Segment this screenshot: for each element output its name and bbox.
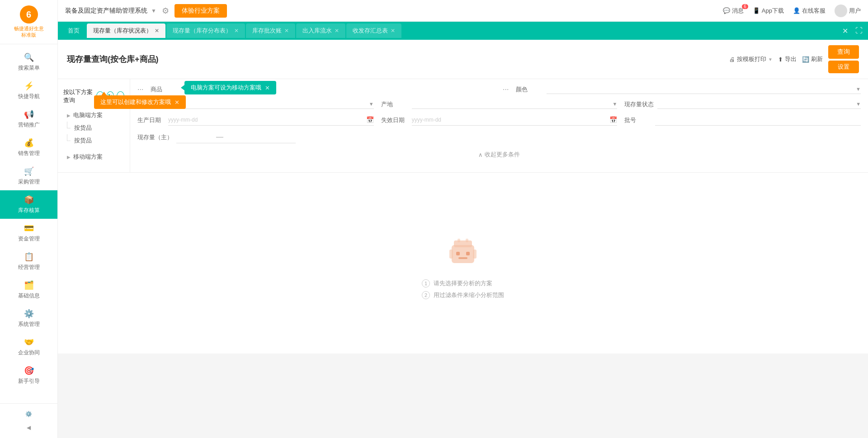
sidebar-collapse[interactable]: ◀ [0, 421, 57, 434]
operation-icon: 📋 [24, 252, 34, 262]
sidebar-item-marketing[interactable]: 📢 营销推广 [0, 105, 57, 133]
sidebar-item-sales[interactable]: 💰 销售管理 [0, 133, 57, 162]
asset-icon: 💳 [24, 223, 34, 233]
stock-qty-to[interactable] [227, 134, 263, 141]
print-icon: 🖨 [729, 56, 735, 63]
svg-rect-0 [452, 245, 474, 263]
empty-illustration [440, 227, 486, 272]
tab-close-icon[interactable]: ✕ [234, 28, 239, 34]
tip-num-2: 2 [422, 291, 430, 299]
sidebar-item-operation[interactable]: 📋 经营管理 [0, 247, 57, 276]
sidebar-item-label: 快捷导航 [18, 93, 40, 100]
stock-status-label: 现存量状态 [624, 100, 654, 108]
tab-label: 现存量（库存分布表） [173, 27, 231, 35]
more-options-icon[interactable]: ··· [137, 85, 143, 94]
tab-collect[interactable]: 收发存汇总表 ✕ [346, 24, 401, 38]
message-area[interactable]: 💬 6 消息 [723, 7, 744, 15]
color-label: 颜色 [516, 85, 543, 94]
collapse-more-button[interactable]: ∧ 收起更多条件 [137, 147, 861, 162]
gear-icon: ⚙️ [25, 411, 32, 417]
desktop-scheme-header[interactable]: ▶ 电脑端方案 [63, 109, 124, 122]
calendar-icon-2[interactable]: 📅 [609, 116, 617, 123]
tab-close-icon[interactable]: ✕ [284, 28, 289, 34]
tooltip-close-button[interactable]: ✕ [265, 85, 270, 91]
sidebar-item-system[interactable]: ⚙️ 系统管理 [0, 304, 57, 333]
marketing-icon: 📢 [24, 109, 34, 119]
tab-batch[interactable]: 库存批次账 ✕ [246, 24, 295, 38]
scheme-item-2[interactable]: 按货品 [71, 134, 124, 147]
user-area[interactable]: 用户 [835, 5, 861, 17]
filter-field-batch: 批号 [624, 115, 861, 126]
color-select[interactable]: ▼ [547, 85, 861, 94]
settings-button[interactable]: 设置 [828, 61, 859, 73]
exp-date-input[interactable]: yyyy-mm-dd 📅 [412, 114, 618, 126]
origin-select[interactable]: ▼ [412, 99, 618, 109]
tab-home[interactable]: 首页 [61, 24, 86, 38]
sidebar-item-label: 新手引导 [18, 377, 40, 385]
user-label: 用户 [849, 7, 861, 15]
query-button[interactable]: 查询 [828, 45, 859, 59]
tab-home-label: 首页 [68, 27, 80, 35]
desktop-scheme-items: 按货品 按货品 [63, 122, 124, 147]
tab-close-icon[interactable]: ✕ [155, 28, 159, 34]
stock-qty-from[interactable] [176, 134, 212, 141]
filter-field-color: 颜色 ▼ [516, 85, 861, 94]
app-download[interactable]: 📱 App下载 [753, 7, 784, 15]
tab-inout[interactable]: 出入库流水 ✕ [296, 24, 345, 38]
sales-icon: 💰 [24, 138, 34, 148]
refresh-button[interactable]: 🔄 刷新 [802, 55, 823, 63]
export-button[interactable]: ⬆ 导出 [778, 55, 797, 63]
sidebar-bottom: ⚙️ ◀ [0, 403, 57, 438]
sidebar-item-enterprise[interactable]: 🤝 企业协同 [0, 333, 57, 361]
sidebar-item-asset[interactable]: 💳 资金管理 [0, 219, 57, 247]
refresh-icon: 🔄 [802, 56, 809, 63]
sidebar-item-label: 基础信息 [18, 292, 40, 300]
page-header: 现存量查询(按仓库+商品) 🖨 按模板打印 ▼ ⬆ 导出 🔄 刷新 查询 设 [58, 40, 868, 79]
empty-tip-2: 2 用过滤条件来缩小分析范围 [422, 291, 504, 299]
sidebar-item-label: 经营管理 [18, 264, 40, 271]
sidebar: 6 畅捷通好生意 标准版 🔍 搜索菜单 ⚡ 快捷导航 📢 营销推广 💰 销售管理… [0, 0, 58, 438]
mobile-scheme-header[interactable]: ▶ 移动端方案 [63, 151, 124, 163]
main-content: 装备及固定资产辅助管理系统 ▼ ⚙ 体验行业方案 💬 6 消息 📱 App下载 … [58, 0, 868, 438]
filter-label: 按以下方案查询 [63, 88, 94, 104]
sidebar-item-label: 系统管理 [18, 320, 40, 328]
chevron-down-icon: ▼ [768, 57, 773, 62]
sidebar-item-search[interactable]: 🔍 搜索菜单 [0, 48, 57, 76]
goods-label: 商品 [151, 85, 178, 94]
print-button[interactable]: 🖨 按模板打印 ▼ [729, 55, 773, 63]
tip-text-2: 用过滤条件来缩小分析范围 [434, 291, 504, 299]
filter-row-4: 现存量（主） — [137, 131, 861, 143]
sidebar-item-guide[interactable]: 🎯 新手引导 [0, 361, 57, 390]
sidebar-item-purchase[interactable]: 🛒 采购管理 [0, 162, 57, 190]
sidebar-item-basic[interactable]: 🗂️ 基础信息 [0, 276, 57, 304]
tab-inventory-status[interactable]: 现存量（库存状况表） ✕ [87, 24, 165, 38]
empty-tips: 1 请先选择要分析的方案 2 用过滤条件来缩小分析范围 [422, 279, 504, 299]
tab-inventory-dist[interactable]: 现存量（库存分布表） ✕ [166, 24, 245, 38]
scheme-group-label: 电脑端方案 [73, 111, 103, 119]
trial-button[interactable]: 体验行业方案 [175, 4, 227, 18]
tab-close-icon[interactable]: ✕ [335, 28, 339, 34]
size-select[interactable]: ▼ [168, 99, 374, 109]
online-service[interactable]: 👤 在线客服 [793, 7, 826, 15]
collapse-icon: ◀ [27, 424, 31, 431]
tab-close-icon[interactable]: ✕ [391, 28, 395, 34]
mfg-date-input[interactable]: yyyy-mm-dd 📅 [168, 114, 374, 126]
more-options-icon-2[interactable]: ··· [503, 85, 509, 94]
stock-status-select[interactable]: ▼ [657, 99, 861, 109]
settings-icon[interactable]: ⚙ [162, 6, 169, 16]
filter-area: 按以下方案查询 + ↻ « ▶ 电脑端方案 [58, 79, 868, 173]
sidebar-item-quick-nav[interactable]: ⚡ 快捷导航 [0, 76, 57, 105]
maximize-button[interactable]: ⛶ [854, 25, 864, 37]
scheme-item-1[interactable]: 按货品 [71, 122, 124, 134]
sidebar-item-inventory[interactable]: 📦 库存核算 [0, 190, 57, 219]
close-all-tabs-button[interactable]: ✕ [840, 25, 850, 37]
tooltip-close-button[interactable]: ✕ [175, 99, 179, 106]
calendar-icon[interactable]: 📅 [366, 116, 374, 123]
chevron-down-icon: ▼ [369, 101, 374, 107]
sidebar-nav: 🔍 搜索菜单 ⚡ 快捷导航 📢 营销推广 💰 销售管理 🛒 采购管理 📦 库存核… [0, 44, 57, 403]
batch-input[interactable] [655, 115, 861, 126]
service-icon: 👤 [793, 7, 800, 14]
sidebar-settings[interactable]: ⚙️ [0, 407, 57, 421]
stock-qty-label: 现存量（主） [137, 133, 173, 141]
system-name: 装备及固定资产辅助管理系统 [65, 7, 147, 15]
